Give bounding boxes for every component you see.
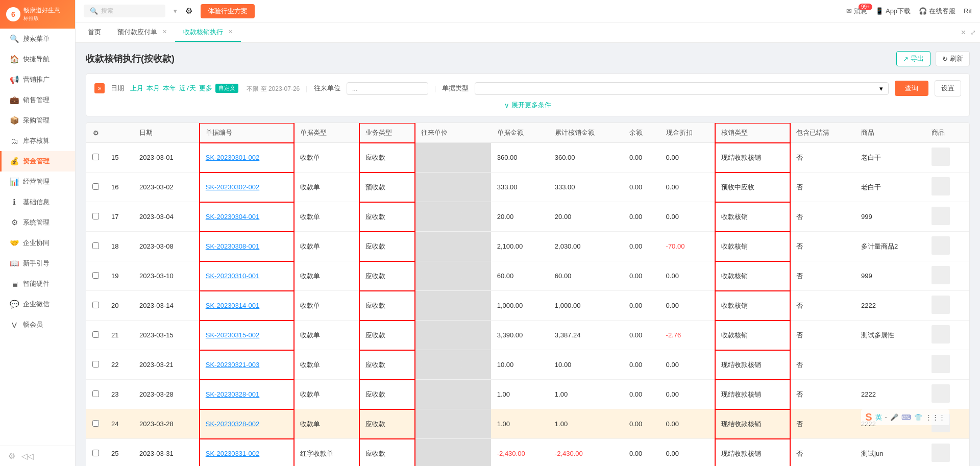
row-writeoff-type: 预收中应收	[715, 173, 790, 202]
topbar-gear-icon[interactable]: ⚙	[185, 6, 192, 16]
wechat-icon: 💬	[10, 300, 19, 309]
table-scroll[interactable]: ⚙ 日期 单据编号 单据类型 业务类型 往来单位 单据金额 累计核销金额 余额 …	[86, 123, 969, 466]
search-icon: 🔍	[10, 34, 19, 43]
export-button[interactable]: ↗ 导出	[896, 51, 930, 66]
row-checkbox[interactable]	[86, 173, 105, 202]
col-header-settings[interactable]: ⚙	[86, 123, 105, 143]
table-row: 22 2023-03-21 SK-20230321-003 收款单 应收款 10…	[86, 350, 969, 380]
solution-button[interactable]: 体验行业方案	[201, 4, 255, 18]
sidebar-item-hardware[interactable]: 🖥智能硬件	[0, 274, 75, 294]
row-writeoff-type: 收款核销	[715, 202, 790, 232]
row-voucher-no[interactable]: SK-20230315-002	[200, 321, 295, 350]
sidebar-item-label-finance: 资金管理	[23, 157, 50, 166]
date-this-month[interactable]: 本月	[146, 84, 160, 93]
settings-icon[interactable]: ⚙	[8, 451, 15, 461]
table-row: 21 2023-03-15 SK-20230315-002 收款单 应收款 3,…	[86, 321, 969, 350]
watermark: S 英 · 🎤 ⌨ 👕 ⋮⋮⋮	[861, 409, 949, 425]
tab-prepay-close[interactable]: ✕	[162, 29, 167, 35]
sidebar-item-guide[interactable]: 📖新手引导	[0, 253, 75, 274]
tab-close-all-icon[interactable]: ✕	[961, 29, 966, 36]
date-7days[interactable]: 近7天	[179, 84, 196, 93]
col-header-balance: 余额	[623, 123, 660, 143]
row-checkbox[interactable]	[86, 409, 105, 439]
tab-expand-icon[interactable]: ⤢	[970, 29, 976, 36]
inventory-icon: 🗂	[10, 137, 19, 145]
sidebar-item-operation[interactable]: 📊经营管理	[0, 171, 75, 192]
row-amount: 333.00	[491, 173, 549, 202]
sidebar-item-basic[interactable]: ℹ基础信息	[0, 192, 75, 212]
messages-badge[interactable]: ✉ 消息 99+	[846, 7, 867, 16]
row-checkbox[interactable]	[86, 143, 105, 173]
row-voucher-no[interactable]: SK-20230328-002	[200, 409, 295, 439]
row-no: 22	[105, 350, 133, 380]
row-product: 多计量商品2	[855, 232, 925, 261]
search-box[interactable]: 🔍 搜索	[84, 5, 165, 17]
date-more[interactable]: 更多	[199, 84, 212, 93]
row-voucher-no[interactable]: SK-20230310-001	[200, 261, 295, 291]
refresh-button[interactable]: ↻ 刷新	[936, 51, 970, 66]
sidebar-item-sales[interactable]: 💼销售管理	[0, 90, 75, 110]
table-row: 23 2023-03-28 SK-20230328-001 收款单 应收款 1.…	[86, 380, 969, 409]
filter-toggle-button[interactable]: »	[94, 83, 105, 93]
row-voucher-no[interactable]: SK-20230314-001	[200, 291, 295, 321]
sidebar-item-corp[interactable]: 🤝企业协同	[0, 233, 75, 253]
row-biz-type: 应收款	[359, 261, 415, 291]
row-voucher-no[interactable]: SK-20230321-003	[200, 350, 295, 380]
row-no: 18	[105, 232, 133, 261]
voucher-type-select[interactable]: ▾	[475, 82, 889, 95]
row-checkbox[interactable]	[86, 261, 105, 291]
app-download[interactable]: 📱 App下载	[875, 7, 911, 16]
main-content: 🔍 搜索 ▾ ⚙ 体验行业方案 ✉ 消息 99+ 📱 App下载 🎧 在线客服 …	[76, 0, 980, 466]
sidebar-item-wechat[interactable]: 💬企业微信	[0, 294, 75, 314]
tab-home[interactable]: 首页	[80, 23, 109, 42]
sidebar-item-member[interactable]: V畅会员	[0, 314, 75, 335]
date-custom[interactable]: 自定义	[215, 84, 238, 93]
row-voucher-no[interactable]: SK-20230331-002	[200, 439, 295, 467]
row-checkbox[interactable]	[86, 202, 105, 232]
support-link[interactable]: 🎧 在线客服	[919, 7, 955, 16]
row-voucher-no[interactable]: SK-20230308-001	[200, 232, 295, 261]
row-checkbox[interactable]	[86, 232, 105, 261]
row-date: 2023-03-01	[133, 143, 200, 173]
member-icon: V	[10, 321, 19, 329]
sidebar-item-inventory[interactable]: 🗂库存核算	[0, 131, 75, 151]
row-voucher-no[interactable]: SK-20230328-001	[200, 380, 295, 409]
date-prev-month[interactable]: 上月	[130, 84, 143, 93]
tab-prepay[interactable]: 预付款应付单 ✕	[109, 23, 175, 42]
row-include-settled: 否	[790, 321, 855, 350]
row-cash-discount: -70.00	[660, 232, 716, 261]
query-button[interactable]: 查询	[895, 81, 928, 96]
sidebar-item-finance[interactable]: 💰资金管理	[0, 151, 75, 171]
row-checkbox[interactable]	[86, 380, 105, 409]
topbar-chevron-icon: ▾	[174, 7, 177, 15]
tab-collection-close[interactable]: ✕	[228, 29, 233, 35]
tab-collection[interactable]: 收款核销执行 ✕	[175, 23, 241, 42]
row-biz-type: 应收款	[359, 321, 415, 350]
sidebar-item-search[interactable]: 🔍搜索菜单	[0, 29, 75, 49]
sidebar-item-marketing[interactable]: 📢营销推广	[0, 69, 75, 90]
date-this-year[interactable]: 本年	[163, 84, 176, 93]
row-checkbox[interactable]	[86, 439, 105, 467]
row-voucher-no[interactable]: SK-20230301-002	[200, 143, 295, 173]
partner-input[interactable]: ...	[347, 82, 428, 95]
row-voucher-no[interactable]: SK-20230302-002	[200, 173, 295, 202]
filter-settings-button[interactable]: 设置	[935, 80, 961, 96]
expand-conditions-button[interactable]: ∨ 展开更多条件	[504, 101, 551, 110]
row-voucher-no[interactable]: SK-20230304-001	[200, 202, 295, 232]
row-voucher-type: 收款单	[294, 350, 359, 380]
sidebar-item-quick[interactable]: 🏠快捷导航	[0, 49, 75, 69]
sidebar-item-system[interactable]: ⚙系统管理	[0, 212, 75, 233]
row-checkbox[interactable]	[86, 291, 105, 321]
row-product2	[925, 439, 969, 467]
row-writeoff-type: 现结收款核销	[715, 409, 790, 439]
sidebar-item-purchase[interactable]: 📦采购管理	[0, 110, 75, 131]
row-checkbox[interactable]	[86, 350, 105, 380]
row-balance: 0.00	[623, 291, 660, 321]
row-biz-type: 应收款	[359, 350, 415, 380]
row-no: 17	[105, 202, 133, 232]
collapse-icon[interactable]: ◁◁	[21, 451, 34, 461]
row-include-settled: 否	[790, 350, 855, 380]
col-header-partner: 往来单位	[415, 123, 491, 143]
logo-icon: 6	[6, 7, 20, 21]
row-checkbox[interactable]	[86, 321, 105, 350]
